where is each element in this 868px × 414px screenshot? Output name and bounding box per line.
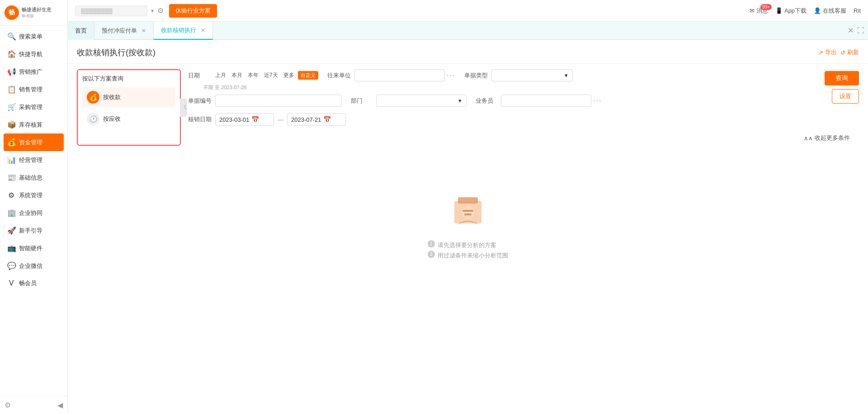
collapse-more-button[interactable]: ∧∧ 收起更多条件 — [804, 134, 850, 142]
filter-verify-start-date[interactable]: 2023-03-01 📅 — [215, 113, 274, 126]
date-btn-this-month[interactable]: 本月 — [230, 71, 244, 80]
filter-docno-input[interactable] — [215, 95, 342, 107]
collapse-sidebar-icon[interactable]: ◀ — [57, 401, 63, 409]
filter-staff-input[interactable] — [501, 95, 591, 107]
tab-prepay[interactable]: 预付冲应付单 ✕ — [94, 22, 154, 40]
finance-icon: 💰 — [7, 138, 15, 147]
verify-end-date-value: 2023-07-21 — [291, 116, 321, 123]
filter-doctype-select[interactable]: ▾ — [491, 69, 573, 81]
filter-customer-label: 往来单位 — [327, 71, 351, 80]
refresh-button[interactable]: ↺ 刷新 — [840, 48, 859, 57]
tab-prepay-close[interactable]: ✕ — [142, 28, 146, 34]
message-button[interactable]: ✉ 消息 99+ — [750, 7, 768, 15]
empty-illustration — [445, 187, 491, 233]
page-header: 收款核销执行(按收款) ↗ 导出 ↺ 刷新 — [68, 40, 868, 64]
page-content: 收款核销执行(按收款) ↗ 导出 ↺ 刷新 按以下方案查询 💰 按收款 — [68, 40, 868, 414]
sidebar-item-system[interactable]: ⚙ 系统管理 — [0, 186, 67, 204]
verify-end-calendar-icon: 📅 — [323, 116, 331, 123]
user-info[interactable]: Rit — [854, 7, 861, 14]
purchase-icon: 🛒 — [7, 103, 15, 111]
basic-icon: 📰 — [7, 173, 15, 182]
tab-receipt-label: 收款核销执行 — [161, 26, 196, 34]
sidebar-label-purchase: 采购管理 — [19, 103, 42, 111]
page-actions: ↗ 导出 ↺ 刷新 — [818, 48, 859, 57]
date-btn-this-year[interactable]: 本年 — [246, 71, 260, 80]
date-btn-7days[interactable]: 近7天 — [262, 71, 280, 80]
verify-start-calendar-icon: 📅 — [251, 116, 259, 123]
header-gear-icon[interactable]: ⚙ — [157, 6, 164, 15]
filter-panel-collapse[interactable]: 《 — [180, 99, 187, 117]
shortcuts-icon: 🏠 — [7, 50, 15, 58]
date-btn-last-month[interactable]: 上月 — [213, 71, 228, 80]
filter-option-receipt[interactable]: 💰 按收款 — [82, 87, 175, 107]
logo-text-area: 畅捷通好生意 标准版 — [22, 6, 52, 19]
filter-date-label: 日期 — [188, 71, 210, 80]
tab-actions: ✕ ⛶ — [848, 26, 868, 35]
tab-prepay-label: 预付冲应付单 — [102, 27, 137, 35]
filter-area: 按以下方案查询 💰 按收款 🕐 按应收 《 — [68, 64, 868, 151]
tab-receipt[interactable]: 收款核销执行 ✕ — [154, 22, 213, 40]
page-title: 收款核销执行(按收款) — [77, 47, 156, 58]
empty-state: 1 请先选择要分析的方案 2 用过滤条件来缩小分析范围 — [68, 151, 868, 297]
tab-home[interactable]: 首页 — [68, 22, 94, 40]
sidebar-label-operation: 经营管理 — [19, 156, 42, 164]
filter-receivable-label: 按应收 — [103, 115, 121, 123]
app-download-button[interactable]: 📱 App下载 — [775, 7, 807, 15]
filter-doctype-label: 单据类型 — [464, 71, 488, 80]
sidebar-item-shortcuts[interactable]: 🏠 快捷导航 — [0, 45, 67, 63]
online-service-button[interactable]: 👤 在线客服 — [814, 7, 846, 15]
sidebar-item-marketing[interactable]: 📢 营销推广 — [0, 63, 67, 81]
header-search-box[interactable]: ▓▓▓▓▓▓▓▓ — [75, 5, 147, 16]
sidebar-label-inventory: 库存核算 — [19, 121, 42, 129]
svg-point-2 — [462, 206, 474, 219]
date-btn-custom[interactable]: 自定义 — [298, 71, 318, 80]
query-button[interactable]: 查询 — [825, 71, 859, 86]
filter-docno-label: 单据编号 — [188, 97, 212, 105]
tab-maximize-icon[interactable]: ⛶ — [857, 27, 864, 35]
sidebar-label-guide: 新手引导 — [19, 227, 42, 235]
tab-close-all-icon[interactable]: ✕ — [848, 26, 854, 35]
filter-action-buttons: 查询 设置 — [825, 69, 859, 104]
guide-icon: 🚀 — [7, 226, 15, 235]
sidebar-item-finance[interactable]: 💰 资金管理 — [4, 133, 64, 151]
sidebar-item-guide[interactable]: 🚀 新手引导 — [0, 222, 67, 239]
filter-receipt-label: 按收款 — [103, 93, 121, 101]
sales-icon: 📋 — [7, 85, 15, 94]
user-name-label: Rit — [854, 7, 861, 14]
sidebar-item-basic[interactable]: 📰 基础信息 — [0, 169, 67, 186]
date-btn-more[interactable]: 更多 — [282, 71, 296, 80]
sidebar-item-purchase[interactable]: 🛒 采购管理 — [0, 98, 67, 116]
sidebar-menu: 🔍 搜索菜单 🏠 快捷导航 📢 营销推广 📋 销售管理 🛒 采购管理 📦 库存核… — [0, 26, 67, 396]
filter-dept-select[interactable]: ▾ — [376, 95, 467, 107]
header-dropdown-icon[interactable]: ▾ — [151, 8, 154, 14]
search-icon: 🔍 — [7, 32, 15, 41]
staff-dots-icon[interactable]: ··· — [593, 97, 602, 105]
collapse-more-area: ∧∧ 收起更多条件 — [188, 132, 859, 146]
filter-customer-input[interactable] — [354, 69, 445, 81]
sidebar-label-system: 系统管理 — [19, 191, 42, 200]
sidebar-item-operation[interactable]: 📊 经营管理 — [0, 151, 67, 169]
filter-fields-row1: 日期 上月 本月 本年 近7天 更多 自定义 — [188, 69, 816, 81]
filter-customer-input-area: ··· — [354, 69, 455, 81]
filter-option-receivable[interactable]: 🕐 按应收 — [82, 109, 175, 129]
sidebar-item-hardware[interactable]: 📺 智能硬件 — [0, 239, 67, 257]
sidebar-item-inventory[interactable]: 📦 库存核算 — [0, 116, 67, 133]
sidebar-label-shortcuts: 快捷导航 — [19, 50, 42, 58]
sidebar-item-search[interactable]: 🔍 搜索菜单 — [0, 28, 67, 45]
main-area: ▓▓▓▓▓▓▓▓ ▾ ⚙ 休验行业方案 ✉ 消息 99+ 📱 App下载 👤 在… — [68, 0, 868, 414]
settings-icon[interactable]: ⚙ — [5, 401, 11, 409]
sidebar-item-corp[interactable]: 🏢 企业协同 — [0, 204, 67, 222]
customer-dots-icon[interactable]: ··· — [447, 71, 455, 80]
app-icon: 📱 — [775, 7, 783, 14]
filter-row-1: 日期 上月 本月 本年 近7天 更多 自定义 — [188, 69, 859, 132]
export-button[interactable]: ↗ 导出 — [818, 48, 837, 57]
sidebar-item-sales[interactable]: 📋 销售管理 — [0, 81, 67, 98]
sidebar-item-wechat[interactable]: 💬 企业微信 — [0, 257, 67, 275]
filter-verify-end-date[interactable]: 2023-07-21 📅 — [287, 113, 346, 126]
solution-button[interactable]: 休验行业方案 — [169, 4, 217, 18]
tab-receipt-close[interactable]: ✕ — [201, 27, 205, 33]
message-icon: ✉ — [750, 7, 755, 14]
sidebar-item-vip[interactable]: V 畅会员 — [0, 275, 67, 292]
setting-button[interactable]: 设置 — [832, 89, 859, 104]
export-icon: ↗ — [818, 49, 823, 56]
